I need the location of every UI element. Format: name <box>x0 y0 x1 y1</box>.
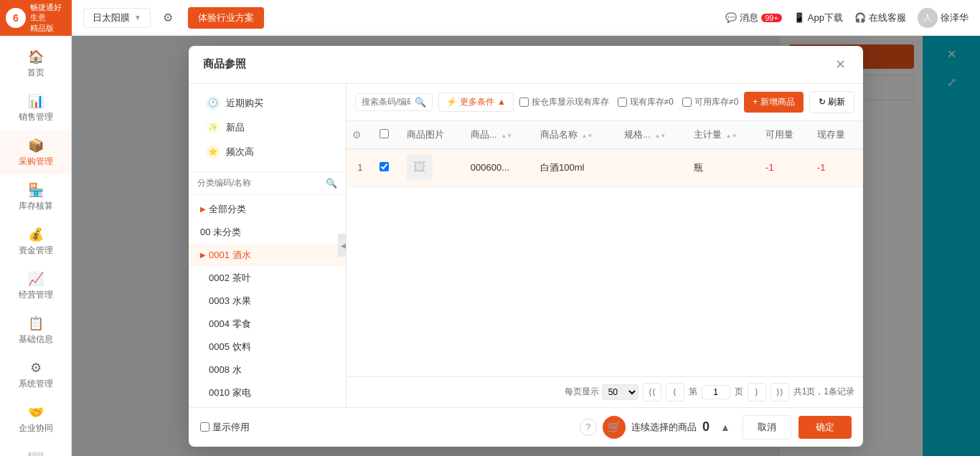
checkbox-available-stock[interactable]: 可用库存≠0 <box>682 96 738 108</box>
gear-icon: ⚙ <box>163 11 173 24</box>
confirm-button[interactable]: 确定 <box>798 416 852 439</box>
gear-button[interactable]: ⚙ <box>156 6 179 29</box>
category-item-snack[interactable]: 0004 零食 <box>189 313 346 336</box>
home-icon: 🏠 <box>28 49 44 65</box>
last-page-button[interactable]: ⟩⟩ <box>771 383 789 402</box>
cart-count: 0 <box>702 419 710 434</box>
column-name[interactable]: 商品名称 ▲▼ <box>534 121 618 149</box>
column-code[interactable]: 商品... ▲▼ <box>465 121 534 149</box>
sort-icon: ▲▼ <box>726 133 738 139</box>
category-item-water[interactable]: 0008 水 <box>189 358 346 381</box>
category-item-appliance[interactable]: 0010 家电 <box>189 381 346 404</box>
checkbox-existing-stock[interactable]: 现有库存≠0 <box>618 96 674 108</box>
business-icon: 📈 <box>28 271 44 287</box>
row-num: 1 <box>347 148 374 186</box>
first-page-button[interactable]: ⟨⟨ <box>643 383 661 402</box>
row-checkbox[interactable] <box>374 148 401 186</box>
app-download-button[interactable]: 📱 App下载 <box>793 11 843 24</box>
quick-nav: 🕐 近期购买 ✨ 新品 ⭐ 频次高 <box>197 91 337 164</box>
refresh-button[interactable]: ↻ 刷新 <box>809 91 854 113</box>
page-number-input[interactable] <box>702 385 730 399</box>
checkbox-warehouse-stock[interactable]: 按仓库显示现有库存 <box>519 96 609 108</box>
modal-footer: 显示停用 ? 🛒 连续选择的商品 0 ▲ <box>189 407 863 447</box>
phone-icon: 📱 <box>793 12 805 23</box>
quick-nav-freq[interactable]: ⭐ 频次高 <box>197 140 337 164</box>
cart-icon-button[interactable]: 🛒 <box>603 416 626 439</box>
category-item-tea[interactable]: 0002 茶叶 <box>189 267 346 290</box>
filter-button[interactable]: ⚡ 更多条件 ▲ <box>438 92 514 112</box>
sidebar-item-inventory[interactable]: 🏪 库存核算 <box>0 175 71 219</box>
funnel-icon: ⚡ <box>446 97 457 107</box>
category-item-unclassified[interactable]: 00 未分类 <box>189 221 346 244</box>
help-button[interactable]: ? <box>580 419 597 436</box>
quick-nav-new[interactable]: ✨ 新品 <box>197 115 337 140</box>
sidebar-item-home[interactable]: 🏠 首页 <box>0 42 71 86</box>
experience-button[interactable]: 体验行业方案 <box>188 7 264 29</box>
sidebar-item-basic-info[interactable]: 📋 基础信息 <box>0 308 71 353</box>
modal-body: 🕐 近期购买 ✨ 新品 ⭐ 频次高 <box>189 84 863 407</box>
message-icon: 💬 <box>725 12 737 23</box>
sort-icon: ▲▼ <box>501 133 512 139</box>
new-icon: ✨ <box>206 120 220 135</box>
cart-area: ? 🛒 连续选择的商品 0 ▲ <box>580 416 735 439</box>
cart-icon: 🛒 <box>607 420 621 434</box>
store-selector[interactable]: 日太阳膜 ▼ <box>83 8 151 28</box>
category-item-all[interactable]: ▶ 全部分类 <box>189 198 346 221</box>
sidebar-item-purchase[interactable]: 📦 采购管理 <box>0 130 71 175</box>
column-checkbox[interactable] <box>374 121 401 149</box>
next-page-button[interactable]: ⟩ <box>748 383 766 402</box>
column-spec[interactable]: 规格... ▲▼ <box>618 121 688 149</box>
column-unit[interactable]: 主计量 ▲▼ <box>688 121 760 149</box>
collapse-button[interactable]: ◀ <box>338 234 347 257</box>
logo-icon: 6 <box>6 8 26 28</box>
category-item-liquor[interactable]: ▶ 0001 酒水 <box>189 244 346 267</box>
chevron-down-icon: ▼ <box>134 14 141 22</box>
messages-button[interactable]: 💬 消息 99+ <box>725 11 782 24</box>
sales-icon: 📊 <box>28 93 44 109</box>
modal-overlay: 商品参照 ✕ 🕐 近期购买 <box>72 36 980 456</box>
active-arrow-icon: ▶ <box>200 251 206 259</box>
prev-page-button[interactable]: ⟨ <box>666 383 684 402</box>
quick-nav-recent[interactable]: 🕐 近期购买 <box>197 91 337 115</box>
finance-icon: 💰 <box>28 227 44 242</box>
table-row[interactable]: 1 🖼 000600... 白酒100ml 瓶 <box>347 148 863 186</box>
quick-nav-section: 🕐 近期购买 ✨ 新品 ⭐ 频次高 <box>189 84 346 172</box>
modal-close-button[interactable]: ✕ <box>831 56 849 73</box>
product-search-input[interactable] <box>362 97 410 107</box>
sidebar-item-business[interactable]: 📈 经营管理 <box>0 264 71 308</box>
search-icon: 🔍 <box>415 97 426 108</box>
guide-icon: 📖 <box>28 449 44 456</box>
category-item-drinks[interactable]: 0005 饮料 <box>189 336 346 358</box>
add-product-button[interactable]: + 新增商品 <box>744 92 803 113</box>
inventory-icon: 🏪 <box>28 182 44 198</box>
column-image: 商品图片 <box>401 121 465 149</box>
main-layout: 🏠 首页 📊 销售管理 📦 采购管理 🏪 库存核算 💰 资金管理 📈 经营管理 … <box>0 36 980 456</box>
sidebar-item-enterprise[interactable]: 🤝 企业协同 <box>0 397 71 442</box>
row-code: 000600... <box>465 148 534 186</box>
column-settings[interactable]: ⚙ <box>347 121 374 149</box>
online-service-button[interactable]: 🎧 在线客服 <box>854 11 906 24</box>
sidebar-item-sales[interactable]: 📊 销售管理 <box>0 86 71 130</box>
category-search-input[interactable] <box>197 178 323 188</box>
per-page-select[interactable]: 50 10 20 100 <box>602 384 639 400</box>
category-item-fruit[interactable]: 0003 水果 <box>189 290 346 313</box>
sidebar-item-guide[interactable]: 📖 新手引导 <box>0 442 71 456</box>
show-disabled-checkbox[interactable]: 显示停用 <box>200 421 250 434</box>
expand-button[interactable]: ▲ <box>715 417 735 437</box>
enterprise-icon: 🤝 <box>28 404 44 420</box>
sidebar-item-finance[interactable]: 💰 资金管理 <box>0 219 71 264</box>
table-header-row: ⚙ 商品图片 商品... ▲▼ <box>347 121 863 149</box>
row-unit: 瓶 <box>688 148 760 186</box>
total-info: 共1页，1条记录 <box>793 386 854 398</box>
info-icon: 📋 <box>28 315 44 331</box>
row-stock: -1 <box>811 148 863 186</box>
sidebar-item-system[interactable]: ⚙ 系统管理 <box>0 353 71 397</box>
modal-toolbar: 🔍 ⚡ 更多条件 ▲ 按仓库显示现有库存 <box>347 84 863 121</box>
top-nav: 6 畅捷通好生意 精品版 日太阳膜 ▼ ⚙ 体验行业方案 💬 消息 99+ 📱 … <box>0 0 980 36</box>
category-search: 🔍 <box>189 172 346 195</box>
user-avatar[interactable]: 人 徐泽华 <box>918 8 969 28</box>
sort-icon: ▲▼ <box>582 133 593 139</box>
pagination: 每页显示 50 10 20 100 ⟨⟨ ⟨ 第 <box>347 376 863 407</box>
product-thumbnail: 🖼 <box>407 155 433 181</box>
cancel-button[interactable]: 取消 <box>743 415 791 440</box>
